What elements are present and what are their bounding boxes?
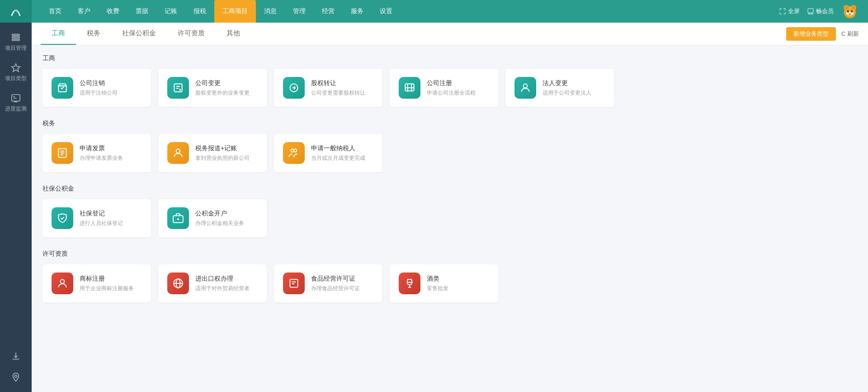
card-食品经营许可证[interactable]: 食品经营许可证办理食品经营许可证 bbox=[274, 264, 382, 302]
card-desc: 股权变更外的业务变更 bbox=[195, 89, 258, 97]
nav-item-10[interactable]: 服务 bbox=[343, 0, 372, 23]
add-type-button[interactable]: 新增业务类型 bbox=[786, 27, 836, 41]
card-公司注册[interactable]: 公司注册申请公司注册全流程 bbox=[390, 69, 498, 107]
fullscreen-label: 全屏 bbox=[788, 7, 800, 15]
nav-item-1[interactable]: 客户 bbox=[70, 0, 99, 23]
member-label: 畅会员 bbox=[816, 7, 834, 15]
card-title: 公积金开户 bbox=[195, 210, 258, 218]
card-title: 税务报道+记账 bbox=[195, 144, 258, 153]
sidebar-label-progress-monitor: 进度监测 bbox=[5, 105, 27, 113]
card-icon bbox=[52, 77, 73, 99]
card-title: 申请发票 bbox=[80, 144, 142, 153]
sidebar-label-project-management: 项目管理 bbox=[5, 44, 27, 52]
card-text: 申请发票办理申请发票业务 bbox=[80, 144, 142, 162]
card-公司注销[interactable]: 公司注销适用于注销公司 bbox=[42, 69, 151, 107]
card-icon bbox=[283, 272, 305, 294]
svg-point-5 bbox=[852, 6, 855, 10]
card-公司变更[interactable]: 公司变更股权变更外的业务变更 bbox=[158, 69, 267, 107]
sidebar-label-project-type: 项目类型 bbox=[5, 75, 27, 82]
tab-税务[interactable]: 税务 bbox=[76, 23, 111, 45]
sidebar-item-download[interactable] bbox=[0, 346, 32, 367]
nav-items: 首页客户收费票据记账报税工商项目消息管理经营服务设置 bbox=[32, 0, 779, 23]
refresh-button[interactable]: C 刷新 bbox=[841, 30, 859, 38]
svg-rect-21 bbox=[405, 84, 414, 91]
card-申请发票[interactable]: 申请发票办理申请发票业务 bbox=[42, 134, 151, 172]
card-title: 申请一般纳税人 bbox=[311, 144, 373, 153]
nav-item-6[interactable]: 工商项目 bbox=[214, 0, 256, 23]
card-text: 公积金开户办理公积金相关业务 bbox=[195, 210, 258, 227]
nav-item-8[interactable]: 管理 bbox=[285, 0, 314, 23]
nav-item-2[interactable]: 收费 bbox=[99, 0, 127, 23]
card-text: 进出口权办理适用于对外贸易经营者 bbox=[195, 275, 258, 292]
tab-bar-actions: 新增业务类型 C 刷新 bbox=[786, 27, 859, 41]
card-icon bbox=[399, 77, 420, 99]
svg-point-11 bbox=[852, 11, 853, 12]
card-酒类[interactable]: 酒类零售批发 bbox=[390, 264, 498, 302]
tab-bar: 工商税务社保公积金许可资质其他 新增业务类型 C 刷新 bbox=[32, 23, 868, 45]
sidebar-item-project-type[interactable]: 项目类型 bbox=[0, 57, 32, 88]
section-社保公积金: 社保公积金社保登记进行人员社保登记公积金开户办理公积金相关业务 bbox=[42, 185, 857, 237]
svg-point-4 bbox=[844, 6, 848, 10]
card-text: 申请一般纳税人当月或次月成变更完成 bbox=[311, 144, 373, 162]
avatar bbox=[841, 2, 859, 20]
nav-item-4[interactable]: 记账 bbox=[156, 0, 185, 23]
sidebar-item-location[interactable] bbox=[0, 367, 32, 387]
card-text: 酒类零售批发 bbox=[427, 275, 489, 292]
tab-工商[interactable]: 工商 bbox=[41, 23, 76, 45]
card-title: 股权转让 bbox=[311, 79, 373, 87]
svg-point-22 bbox=[524, 84, 528, 88]
nav-item-3[interactable]: 票据 bbox=[127, 0, 156, 23]
card-进出口权办理[interactable]: 进出口权办理适用于对外贸易经营者 bbox=[158, 264, 267, 302]
top-navigation: 首页客户收费票据记账报税工商项目消息管理经营服务设置 全屏 畅会员 bbox=[0, 0, 868, 23]
card-商标注册[interactable]: 商标注册用于企业商标注册服务 bbox=[42, 264, 151, 302]
fullscreen-button[interactable]: 全屏 bbox=[779, 7, 800, 15]
card-icon bbox=[52, 142, 73, 164]
sidebar-item-project-management[interactable]: 项目管理 bbox=[0, 27, 32, 57]
member-button[interactable]: 畅会员 bbox=[807, 7, 834, 15]
card-icon bbox=[52, 207, 73, 229]
section-税务: 税务申请发票办理申请发票业务税务报道+记账拿到营业执照的新公司申请一般纳税人当月… bbox=[42, 120, 857, 172]
svg-point-9 bbox=[849, 13, 851, 15]
nav-item-9[interactable]: 经营 bbox=[314, 0, 343, 23]
svg-point-10 bbox=[848, 11, 849, 12]
svg-point-28 bbox=[61, 279, 65, 283]
tab-社保公积金[interactable]: 社保公积金 bbox=[111, 23, 167, 45]
section-许可资质: 许可资质商标注册用于企业商标注册服务进出口权办理适用于对外贸易经营者食品经营许可… bbox=[42, 250, 857, 302]
card-desc: 拿到营业执照的新公司 bbox=[195, 154, 258, 162]
card-税务报道+记账[interactable]: 税务报道+记账拿到营业执照的新公司 bbox=[158, 134, 267, 172]
tab-其他[interactable]: 其他 bbox=[216, 23, 251, 45]
card-title: 公司变更 bbox=[195, 79, 258, 87]
card-text: 食品经营许可证办理食品经营许可证 bbox=[311, 275, 373, 292]
card-title: 食品经营许可证 bbox=[311, 275, 373, 283]
cards-grid: 社保登记进行人员社保登记公积金开户办理公积金相关业务 bbox=[42, 199, 857, 237]
nav-item-0[interactable]: 首页 bbox=[41, 0, 70, 23]
tab-许可资质[interactable]: 许可资质 bbox=[167, 23, 216, 45]
card-股权转让[interactable]: 股权转让公司变更需要股权转让 bbox=[274, 69, 382, 107]
card-公积金开户[interactable]: 公积金开户办理公积金相关业务 bbox=[158, 199, 267, 237]
card-text: 商标注册用于企业商标注册服务 bbox=[80, 275, 142, 292]
card-法人变更[interactable]: 法人变更适用于公司变更法人 bbox=[505, 69, 614, 107]
svg-rect-14 bbox=[12, 39, 20, 41]
svg-marker-15 bbox=[12, 64, 20, 72]
card-title: 法人变更 bbox=[542, 79, 605, 87]
card-title: 公司注销 bbox=[80, 79, 142, 87]
card-title: 社保登记 bbox=[80, 210, 142, 218]
svg-rect-19 bbox=[174, 84, 182, 91]
card-text: 公司变更股权变更外的业务变更 bbox=[195, 79, 258, 97]
nav-item-11[interactable]: 设置 bbox=[372, 0, 401, 23]
section-title: 工商 bbox=[42, 54, 857, 62]
card-text: 公司注销适用于注销公司 bbox=[80, 79, 142, 97]
card-申请一般纳税人[interactable]: 申请一般纳税人当月或次月成变更完成 bbox=[274, 134, 382, 172]
sidebar-item-progress-monitor[interactable]: 进度监测 bbox=[0, 88, 32, 118]
card-icon bbox=[283, 77, 305, 99]
card-icon bbox=[283, 142, 305, 164]
nav-item-7[interactable]: 消息 bbox=[256, 0, 285, 23]
card-icon bbox=[167, 207, 189, 229]
card-title: 公司注册 bbox=[427, 79, 489, 87]
card-desc: 零售批发 bbox=[427, 285, 489, 292]
card-社保登记[interactable]: 社保登记进行人员社保登记 bbox=[42, 199, 151, 237]
nav-item-5[interactable]: 报税 bbox=[185, 0, 214, 23]
main-layout: 项目管理 项目类型 进度监测 bbox=[0, 23, 868, 392]
card-text: 公司注册申请公司注册全流程 bbox=[427, 79, 489, 97]
svg-point-17 bbox=[14, 375, 17, 378]
